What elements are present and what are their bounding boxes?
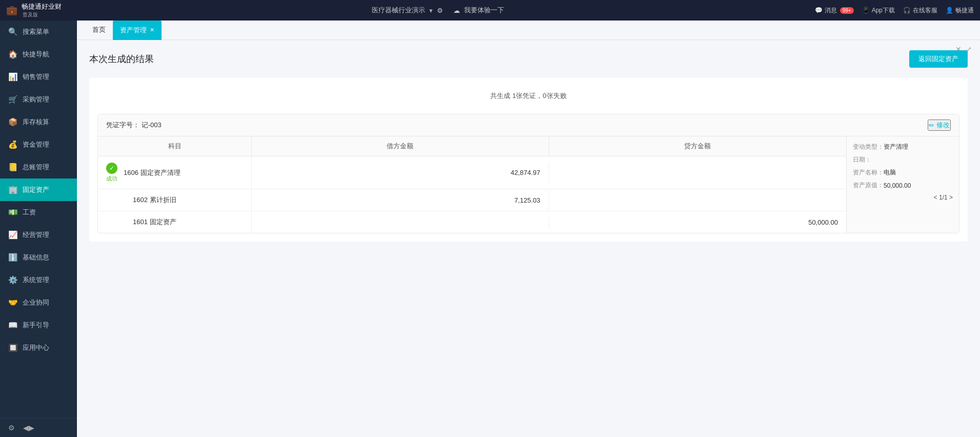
sidebar-label-fixed-assets: 固定资产 <box>23 185 49 194</box>
message-icon: 💬 <box>815 7 823 14</box>
page-content: ✕ ⤢ 本次生成的结果 返回固定资产 共生成 1张凭证，0张失败 凭证字号： <box>77 40 980 437</box>
header-credit: 贷方金额 <box>549 136 847 156</box>
sidebar-label-inventory: 库存核算 <box>23 117 49 127</box>
sidebar-label-system: 系统管理 <box>23 275 49 285</box>
user-label: 畅捷通 <box>955 6 974 15</box>
cell-credit-1 <box>549 167 847 179</box>
sidebar-item-guide[interactable]: 📖 新手引导 <box>0 314 77 336</box>
cell-debit-2: 7,125.03 <box>252 190 549 210</box>
app-download-btn[interactable]: 📱 App下载 <box>862 6 895 15</box>
topbar-left: 💼 畅捷通好业财 普及版 <box>6 2 62 18</box>
cell-account-3: 1601 固定资产 <box>133 217 176 227</box>
table-row: ✓ 成功 1606 固定资产清理 42,874.97 <box>98 156 846 189</box>
settings-icon[interactable]: ⚙ <box>437 7 443 14</box>
topbar: 💼 畅捷通好业财 普及版 医疗器械行业演示 ▾ ⚙ ☁ 我要体验一下 💬 消息 … <box>0 0 980 21</box>
sidebar-item-quick-nav[interactable]: 🏠 快捷导航 <box>0 43 77 66</box>
app-logo-icon: 💼 <box>6 5 17 16</box>
topbar-right: 💬 消息 99+ 📱 App下载 🎧 在线客服 👤 畅捷通 <box>815 6 974 15</box>
tab-bar: 首页 资产管理 ✕ <box>77 21 980 40</box>
app-edition: 普及版 <box>23 11 62 18</box>
cell-subject-3: 1601 固定资产 <box>98 211 252 233</box>
sidebar-label-guide: 新手引导 <box>23 321 49 330</box>
next-page-btn[interactable]: > <box>949 194 953 201</box>
change-type-value: 资产清理 <box>884 143 908 151</box>
inventory-icon: 📦 <box>8 117 17 127</box>
app-download-label: App下载 <box>872 6 895 15</box>
user-area[interactable]: 👤 畅捷通 <box>946 6 974 15</box>
sidebar-item-enterprise[interactable]: 🤝 企业协同 <box>0 291 77 314</box>
sidebar-item-ledger[interactable]: 📒 总账管理 <box>0 156 77 178</box>
try-label[interactable]: 我要体验一下 <box>464 6 504 15</box>
panel-maximize-icon[interactable]: ⤢ <box>966 45 972 53</box>
sidebar-item-purchase[interactable]: 🛒 采购管理 <box>0 88 77 111</box>
message-label: 消息 <box>825 6 837 15</box>
cell-subject-2: 1602 累计折旧 <box>98 189 252 211</box>
edit-icon: ✏ <box>929 122 934 129</box>
side-panel-asset-name: 资产名称： 电脑 <box>853 168 953 177</box>
basic-info-icon: ℹ️ <box>8 253 17 262</box>
sidebar-label-search: 搜索菜单 <box>23 27 49 36</box>
sidebar-label-ledger: 总账管理 <box>23 163 49 172</box>
sidebar-item-operations[interactable]: 📈 经营管理 <box>0 224 77 246</box>
purchase-icon: 🛒 <box>8 95 17 104</box>
settings-bottom-icon[interactable]: ⚙ <box>8 424 15 432</box>
message-badge: 99+ <box>840 7 854 14</box>
message-btn[interactable]: 💬 消息 99+ <box>815 6 854 15</box>
main-layout: 🔍 搜索菜单 🏠 快捷导航 📊 销售管理 🛒 采购管理 📦 库存核算 💰 <box>0 21 980 437</box>
panel-controls: ✕ ⤢ <box>955 45 972 53</box>
sidebar-item-search[interactable]: 🔍 搜索菜单 <box>0 21 77 43</box>
tab-asset-mgmt[interactable]: 资产管理 ✕ <box>113 21 162 40</box>
fixed-assets-icon: 🏢 <box>8 185 17 194</box>
sidebar-label-operations: 经营管理 <box>23 230 49 240</box>
sidebar-item-app-center[interactable]: 🔲 应用中心 <box>0 336 77 359</box>
prev-page-btn[interactable]: < <box>934 194 937 201</box>
page-header: 本次生成的结果 返回固定资产 <box>89 50 968 68</box>
sidebar-item-basic-info[interactable]: ℹ️ 基础信息 <box>0 246 77 269</box>
collapse-icon[interactable]: ◀▶ <box>23 424 34 432</box>
table-header: 科目 借方金额 贷方金额 <box>98 136 846 156</box>
sidebar: 🔍 搜索菜单 🏠 快捷导航 📊 销售管理 🛒 采购管理 📦 库存核算 💰 <box>0 21 77 437</box>
capital-icon: 💰 <box>8 140 17 149</box>
voucher-body: 科目 借方金额 贷方金额 ✓ 成功 <box>98 136 959 233</box>
tab-home-label: 首页 <box>92 25 106 34</box>
voucher-side-panel: 变动类型： 资产清理 日期： 资产名称： 电脑 <box>846 136 959 233</box>
topbar-center: 医疗器械行业演示 ▾ ⚙ ☁ 我要体验一下 <box>372 6 504 15</box>
system-icon: ⚙️ <box>8 275 17 285</box>
sidebar-item-payroll[interactable]: 💵 工资 <box>0 201 77 224</box>
cell-subject-1: ✓ 成功 1606 固定资产清理 <box>98 156 252 189</box>
cell-debit-1: 42,874.97 <box>252 163 549 183</box>
header-debit: 借方金额 <box>252 136 549 156</box>
sidebar-label-payroll: 工资 <box>23 208 36 217</box>
sidebar-item-system[interactable]: ⚙️ 系统管理 <box>0 269 77 291</box>
enterprise-icon: 🤝 <box>8 298 17 307</box>
sidebar-item-sales[interactable]: 📊 销售管理 <box>0 66 77 88</box>
edit-btn[interactable]: ✏ 修改 <box>928 120 951 131</box>
pagination[interactable]: < 1/1 > <box>853 194 953 201</box>
sidebar-scroll: 🔍 搜索菜单 🏠 快捷导航 📊 销售管理 🛒 采购管理 📦 库存核算 💰 <box>0 21 77 418</box>
company-dropdown-icon[interactable]: ▾ <box>429 7 433 14</box>
edit-label: 修改 <box>936 121 950 130</box>
home-icon: 🏠 <box>8 50 17 59</box>
sidebar-item-fixed-assets[interactable]: 🏢 固定资产 <box>0 178 77 201</box>
panel-close-icon[interactable]: ✕ <box>955 45 962 53</box>
side-panel-original-value: 资产原值： 50,000.00 <box>853 181 953 190</box>
voucher-section: 凭证字号： 记-003 ✏ 修改 <box>97 114 959 233</box>
app-name: 畅捷通好业财 <box>22 2 62 11</box>
header-subject: 科目 <box>98 136 252 156</box>
online-service-btn[interactable]: 🎧 在线客服 <box>903 6 937 15</box>
tab-home[interactable]: 首页 <box>85 21 113 40</box>
sidebar-item-inventory[interactable]: 📦 库存核算 <box>0 111 77 133</box>
cell-credit-3: 50,000.00 <box>549 212 847 232</box>
success-label: 成功 <box>106 175 117 183</box>
sidebar-item-capital[interactable]: 💰 资金管理 <box>0 133 77 156</box>
tab-close-icon[interactable]: ✕ <box>150 27 154 33</box>
voucher-number-value: 记-003 <box>142 121 162 129</box>
sidebar-label-capital: 资金管理 <box>23 140 49 149</box>
cell-credit-2 <box>549 194 847 206</box>
table-row: 1601 固定资产 50,000.00 <box>98 211 846 233</box>
online-service-label: 在线客服 <box>913 6 937 15</box>
page-title: 本次生成的结果 <box>89 53 154 65</box>
original-value-value: 50,000.00 <box>884 182 911 189</box>
side-panel-change-type: 变动类型： 资产清理 <box>853 143 953 151</box>
cell-debit-3 <box>252 216 549 228</box>
